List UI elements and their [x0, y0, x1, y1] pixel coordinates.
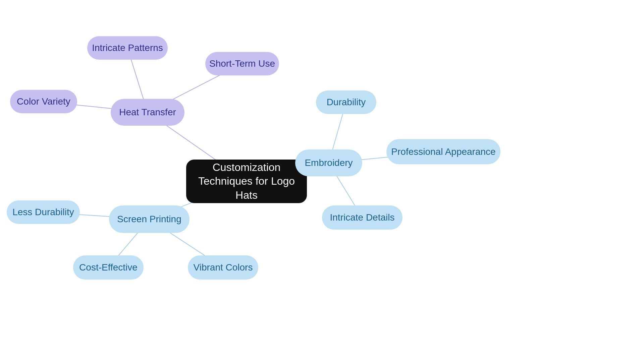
short-term-use-node: Short-Term Use: [205, 52, 279, 75]
durability-node: Durability: [316, 90, 376, 114]
intricate-patterns-node: Intricate Patterns: [87, 36, 168, 60]
cost-effective-node: Cost-Effective: [73, 255, 144, 280]
heat-transfer-node: Heat Transfer: [111, 99, 184, 126]
intricate-details-node: Intricate Details: [322, 205, 402, 230]
center-node: Customization Techniques for Logo Hats: [186, 160, 307, 203]
vibrant-colors-node: Vibrant Colors: [188, 255, 258, 280]
embroidery-node: Embroidery: [295, 149, 362, 176]
color-variety-node: Color Variety: [10, 90, 77, 113]
professional-appearance-node: Professional Appearance: [386, 139, 500, 164]
screen-printing-node: Screen Printing: [109, 205, 190, 233]
less-durability-node: Less Durability: [7, 200, 80, 224]
